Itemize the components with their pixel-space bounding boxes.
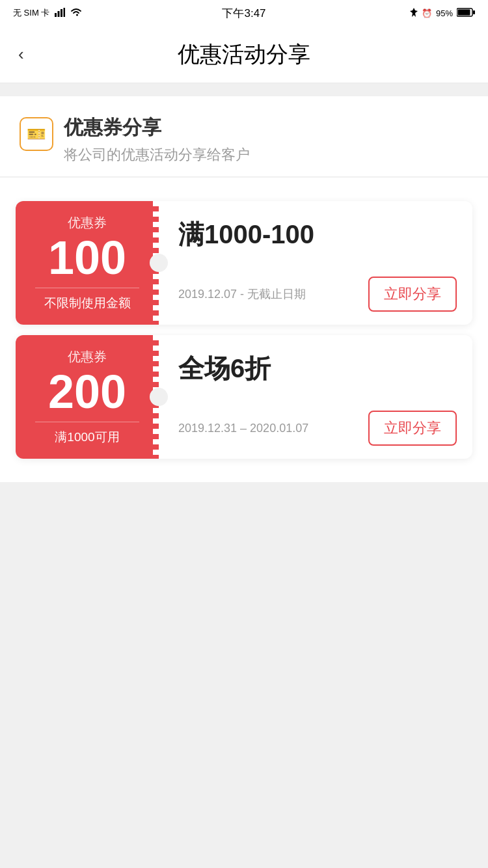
coupon-label-1: 优惠券 <box>68 214 107 232</box>
coupon-divider-1 <box>35 288 139 288</box>
section-title: 优惠券分享 <box>64 115 250 141</box>
location-icon <box>410 8 418 19</box>
coupon-date-2: 2019.12.31 – 2020.01.07 <box>178 422 360 435</box>
svg-rect-6 <box>473 10 475 14</box>
coupon-divider-2 <box>35 422 139 422</box>
top-separator <box>0 83 488 96</box>
coupon-bottom-1: 2019.12.07 - 无截止日期 立即分享 <box>178 277 457 312</box>
coupon-date-1: 2019.12.07 - 无截止日期 <box>178 286 360 302</box>
svg-rect-1 <box>58 11 60 17</box>
coupon-name-1: 满1000-100 <box>178 217 457 252</box>
section-subtitle: 将公司的优惠活动分享给客户 <box>64 145 250 165</box>
coupon-amount-2: 200 <box>48 368 126 415</box>
status-time: 下午3:47 <box>222 6 265 21</box>
coupon-right-2: 全场6折 2019.12.31 – 2020.01.07 立即分享 <box>159 335 472 459</box>
svg-rect-3 <box>64 8 66 17</box>
battery-text: 95% <box>436 8 453 18</box>
share-button-1[interactable]: 立即分享 <box>368 277 457 312</box>
share-button-2[interactable]: 立即分享 <box>368 411 457 446</box>
status-bar: 无 SIM 卡 下午3:47 ⏰ 95% <box>0 0 488 26</box>
status-right: ⏰ 95% <box>410 8 475 19</box>
coupon-left-1: 优惠券 100 不限制使用金额 <box>16 201 159 325</box>
back-button[interactable]: ‹ <box>18 44 24 64</box>
coupon-name-2: 全场6折 <box>178 351 457 387</box>
signal-icon <box>55 8 65 19</box>
bottom-fill <box>0 482 488 742</box>
svg-rect-0 <box>55 13 57 17</box>
nav-bar: ‹ 优惠活动分享 <box>0 26 488 83</box>
section-header: 🎫 优惠券分享 将公司的优惠活动分享给客户 <box>0 96 488 176</box>
coupon-condition-2: 满1000可用 <box>55 429 119 446</box>
section-text: 优惠券分享 将公司的优惠活动分享给客户 <box>64 115 250 165</box>
carrier-text: 无 SIM 卡 <box>13 7 49 19</box>
coupon-bottom-2: 2019.12.31 – 2020.01.07 立即分享 <box>178 411 457 446</box>
battery-icon <box>457 8 475 19</box>
coupon-label-2: 优惠券 <box>68 348 107 366</box>
coupon-condition-1: 不限制使用金额 <box>44 295 131 312</box>
svg-rect-2 <box>61 9 62 17</box>
status-left: 无 SIM 卡 <box>13 7 82 19</box>
coupon-amount-1: 100 <box>48 234 126 281</box>
coupon-left-2: 优惠券 200 满1000可用 <box>16 335 159 459</box>
svg-rect-5 <box>458 9 470 15</box>
coupon-right-1: 满1000-100 2019.12.07 - 无截止日期 立即分享 <box>159 201 472 325</box>
alarm-icon: ⏰ <box>422 8 432 18</box>
coupon-item-2: 优惠券 200 满1000可用 全场6折 2019.12.31 – 2020.0… <box>16 335 472 459</box>
wifi-icon <box>70 8 82 19</box>
coupon-list: 优惠券 100 不限制使用金额 满1000-100 2019.12.07 - 无… <box>0 178 488 482</box>
page-title: 优惠活动分享 <box>178 40 310 70</box>
coupon-item: 优惠券 100 不限制使用金额 满1000-100 2019.12.07 - 无… <box>16 201 472 325</box>
section-icon: 🎫 <box>20 117 53 151</box>
